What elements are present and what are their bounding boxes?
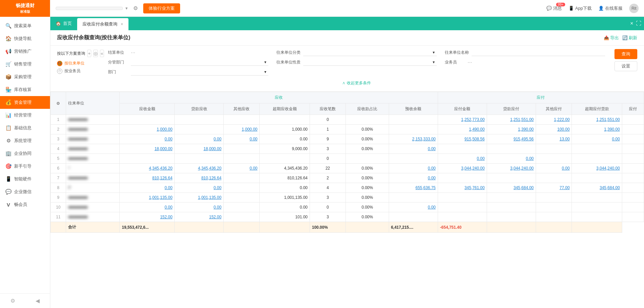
sidebar-item-operation[interactable]: 📊 经营管理 (0, 109, 50, 122)
cell-link[interactable]: 345,761.00 (465, 185, 485, 190)
filter-salesperson-label: 按业务员 (64, 68, 80, 74)
cell-link[interactable]: 345,684.00 (600, 185, 620, 190)
cell-link[interactable]: 655,636.75 (416, 185, 436, 190)
collapse-button[interactable]: ∧ 收起更多条件 (108, 78, 605, 88)
sidebar-item-wechat[interactable]: 💬 企业微信 (0, 185, 50, 198)
sidebar-item-basic[interactable]: 📋 基础信息 (0, 122, 50, 134)
sidebar-item-guide[interactable]: 🎯 新手引导 (0, 160, 50, 173)
sidebar-item-sales[interactable]: 🛒 销售管理 (0, 58, 50, 71)
cell-link[interactable]: 4,345,436.20 (149, 166, 172, 171)
sidebar-item-marketing[interactable]: 📢 营销推广 (0, 45, 50, 58)
cell-link[interactable]: 1,490.00 (469, 127, 485, 132)
subdept-select[interactable]: ▾ (131, 69, 268, 76)
sidebar-item-member[interactable]: V 畅会员 (0, 198, 50, 211)
cell-link[interactable]: 3,044,240.00 (510, 166, 534, 171)
query-button[interactable]: 查询 (614, 49, 637, 59)
dept-select[interactable]: ▾ (131, 59, 268, 66)
export-link[interactable]: 📤 导出 (604, 35, 619, 41)
cell-link[interactable]: 2,153,333.00 (412, 137, 436, 141)
col-settings[interactable]: ⚙ (51, 92, 66, 115)
app-download-action[interactable]: 📱 App下载 (569, 5, 592, 11)
filter-option-partner[interactable]: 💱 按往来单位 (57, 60, 104, 66)
export-icon: 📤 (604, 35, 609, 40)
refresh-icon: 🔄 (622, 35, 628, 40)
cell-link[interactable]: 13.00 (559, 137, 570, 141)
cell-link[interactable]: 0.00 (214, 137, 221, 141)
cell-link[interactable]: 1,252,773.00 (461, 117, 485, 122)
app-icon: 📱 (569, 6, 574, 11)
cell-link[interactable]: 1,222.00 (554, 117, 570, 122)
set-button[interactable]: 设置 (614, 61, 637, 71)
cell-link[interactable]: 18,000.00 (204, 146, 221, 151)
cell-link[interactable]: 1,251,551.00 (510, 117, 534, 122)
header-gear-icon[interactable]: ⚙ (132, 4, 139, 13)
sidebar-item-system[interactable]: ⚙ 系统管理 (0, 134, 50, 147)
sidebar-item-finance[interactable]: 💰 资金管理 (0, 96, 50, 109)
cell-link[interactable]: 0.00 (562, 166, 570, 171)
filter-option-salesperson[interactable]: ⏱ 按业务员 (57, 68, 104, 74)
cell-link[interactable]: 18,000.00 (155, 146, 172, 151)
cell-link[interactable]: 3,044,240.00 (461, 166, 485, 171)
cell-link[interactable]: 915,508.56 (465, 137, 485, 141)
cell-link[interactable]: 77.00 (559, 185, 570, 190)
collapse-footer-icon[interactable]: ◀ (36, 298, 40, 304)
settings-footer-icon[interactable]: ⚙ (10, 298, 15, 304)
sidebar: 畅捷通财 标准版 🔍 搜索菜单 🏠 快捷导航 📢 营销推广 🛒 销售管理 📦 采… (0, 0, 50, 308)
cell-link[interactable]: 0.00 (428, 166, 435, 171)
cell-link[interactable]: 0.00 (165, 185, 172, 190)
cell-link[interactable]: 810,126.64 (201, 176, 221, 180)
cell-link[interactable]: 0.00 (428, 176, 435, 180)
tab-close-icon[interactable]: × (121, 22, 123, 27)
filter-add-button[interactable]: + (87, 50, 91, 57)
cell-link[interactable]: 1,000.00 (242, 127, 258, 132)
tab-expand-icon[interactable]: ⛶ (636, 20, 641, 27)
online-service-action[interactable]: 👤 在线客服 (598, 5, 623, 11)
nature-select[interactable]: ▾ (303, 59, 437, 66)
tab-home-label: 首页 (63, 20, 72, 27)
cell-link[interactable]: 0.00 (214, 205, 221, 210)
message-action[interactable]: 💬 消息 99+ (546, 5, 562, 11)
try-industry-button[interactable]: 体验行业方案 (143, 3, 180, 13)
sidebar-item-search[interactable]: 🔍 搜索菜单 (0, 19, 50, 32)
cell-link[interactable]: 0.00 (250, 166, 257, 171)
filter-back-button[interactable]: « (100, 50, 104, 57)
cell-link[interactable]: 0.00 (428, 146, 435, 151)
filter-field-dept: 分管部门 ▾ (108, 59, 268, 66)
cell-link[interactable]: 810,126.64 (152, 176, 172, 180)
sidebar-item-quicknav[interactable]: 🏠 快捷导航 (0, 32, 50, 45)
cell-link[interactable]: 0.00 (477, 156, 485, 161)
sidebar-item-inventory[interactable]: 🏪 库存核算 (0, 83, 50, 96)
cell-link[interactable]: 0.00 (612, 137, 620, 141)
tab-home[interactable]: 🏠 首页 (50, 17, 77, 30)
sidebar-item-enterprise[interactable]: 🏢 企业协同 (0, 147, 50, 160)
sidebar-item-smart[interactable]: 📱 智能硬件 (0, 173, 50, 185)
breadcrumb-input[interactable] (56, 7, 123, 10)
cell-link[interactable]: 100.00 (557, 127, 570, 132)
cell-link[interactable]: 1,251,551.00 (596, 117, 620, 122)
cell-link[interactable]: 1,001,135.00 (198, 195, 221, 200)
cell-link[interactable]: 915,495.56 (514, 137, 534, 141)
cell-link[interactable]: 152.00 (209, 215, 222, 219)
category-select[interactable]: ▾ (303, 49, 437, 56)
user-avatar[interactable]: Rit (629, 4, 639, 13)
partnername-input[interactable] (472, 49, 605, 56)
tab-close-window-icon[interactable]: × (630, 20, 633, 27)
cell-link[interactable]: 0.00 (214, 185, 221, 190)
refresh-link[interactable]: 🔄 刷新 (622, 35, 637, 41)
cell-link[interactable]: 0.00 (250, 137, 257, 141)
cell-link[interactable]: 3,044,240.00 (596, 166, 620, 171)
cell-link[interactable]: 152.00 (160, 215, 172, 219)
cell-link[interactable]: 0.00 (165, 137, 172, 141)
cell-link[interactable]: 4,345,436.20 (198, 166, 221, 171)
cell-link[interactable]: 1,390.00 (604, 127, 620, 132)
cell-link[interactable]: 1,001,135.00 (149, 195, 172, 200)
cell-link[interactable]: 1,390.00 (518, 127, 534, 132)
filter-copy-button[interactable]: ◎ (93, 50, 98, 57)
cell-link[interactable]: 0.00 (165, 205, 172, 210)
cell-link[interactable]: 345,684.00 (514, 185, 534, 190)
cell-link[interactable]: 0.00 (526, 156, 534, 161)
tab-ar-ap[interactable]: 应收应付余额查询 × (77, 18, 128, 30)
sidebar-item-purchase[interactable]: 📦 采购管理 (0, 71, 50, 83)
cell-link[interactable]: 0.00 (428, 205, 435, 210)
cell-link[interactable]: 1,000.00 (157, 127, 172, 132)
